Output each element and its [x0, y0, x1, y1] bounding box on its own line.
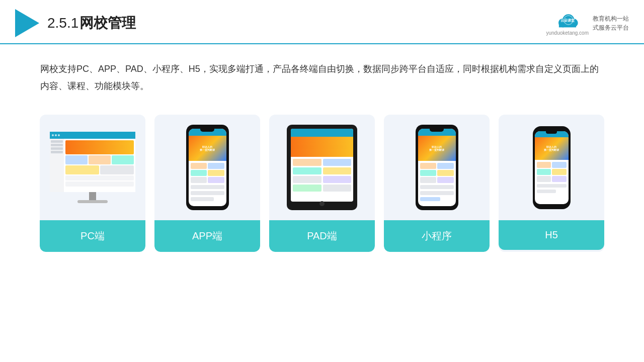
header-left: 2.5.1网校管理: [15, 9, 136, 37]
card-miniapp: 职达人的第一堂判断课: [384, 115, 490, 252]
card-pad: PAD端: [269, 115, 375, 252]
card-app-image: 职达人的第一堂判断课: [154, 115, 260, 220]
tablet-screen: [291, 129, 353, 202]
logo-triangle-icon: [15, 9, 39, 37]
monitor-neck: [89, 192, 96, 200]
cloud-icon: 云朵课堂: [553, 11, 582, 29]
page-title: 2.5.1网校管理: [47, 14, 136, 33]
card-pad-label: PAD端: [269, 220, 375, 252]
card-pc-image: [40, 115, 145, 220]
phone-notch: [200, 129, 214, 132]
tablet-body: [287, 125, 357, 210]
h5-phone-body: 职达人的第一堂判断课: [533, 126, 571, 209]
brand-tagline: 教育机构一站 式服务云平台: [593, 14, 629, 32]
svg-rect-3: [559, 23, 576, 27]
section-number: 2.5.1: [47, 15, 78, 31]
miniapp-phone: 职达人的第一堂判断课: [416, 125, 458, 210]
brand-logo: 云朵课堂 yunduoketang.com: [546, 11, 589, 36]
monitor-body: [50, 132, 135, 192]
pc-monitor: [50, 132, 135, 203]
phone-screen: 职达人的第一堂判断课: [189, 129, 226, 206]
tablet: [287, 125, 357, 210]
header-right: 云朵课堂 yunduoketang.com 教育机构一站 式服务云平台: [546, 11, 629, 36]
miniapp-phone-notch: [430, 129, 444, 132]
card-app-label: APP端: [154, 220, 260, 252]
description-text: 网校支持PC、APP、PAD、小程序、H5，实现多端打通，产品各终端自由切换，数…: [0, 44, 644, 105]
h5-phone: 职达人的第一堂判断课: [533, 126, 571, 209]
card-pad-image: [269, 115, 375, 220]
section-title: 网校管理: [79, 15, 136, 31]
card-app: 职达人的第一堂判断课: [154, 115, 260, 252]
card-pc: PC端: [40, 115, 145, 252]
svg-text:云朵课堂: 云朵课堂: [560, 18, 575, 22]
monitor-screen: [50, 132, 135, 192]
h5-phone-notch: [546, 131, 557, 134]
card-h5: 职达人的第一堂判断课: [499, 115, 604, 252]
brand-url: yunduoketang.com: [546, 30, 589, 36]
card-miniapp-label: 小程序: [384, 220, 490, 252]
monitor-base: [77, 200, 108, 203]
tablet-home-btn: [319, 201, 325, 206]
miniapp-phone-body: 职达人的第一堂判断课: [416, 125, 458, 210]
cards-container: PC端 职达人的第一堂判断课: [0, 105, 644, 267]
card-miniapp-image: 职达人的第一堂判断课: [384, 115, 490, 220]
header: 2.5.1网校管理 云朵课堂 yunduoketang.com 教育机构一站 式…: [0, 0, 644, 44]
phone-body: 职达人的第一堂判断课: [186, 125, 229, 210]
card-pc-label: PC端: [40, 220, 145, 252]
miniapp-phone-screen: 职达人的第一堂判断课: [418, 129, 456, 206]
card-h5-image: 职达人的第一堂判断课: [499, 115, 604, 220]
app-phone: 职达人的第一堂判断课: [186, 125, 229, 210]
card-h5-label: H5: [499, 220, 604, 250]
h5-phone-screen: 职达人的第一堂判断课: [535, 131, 569, 204]
